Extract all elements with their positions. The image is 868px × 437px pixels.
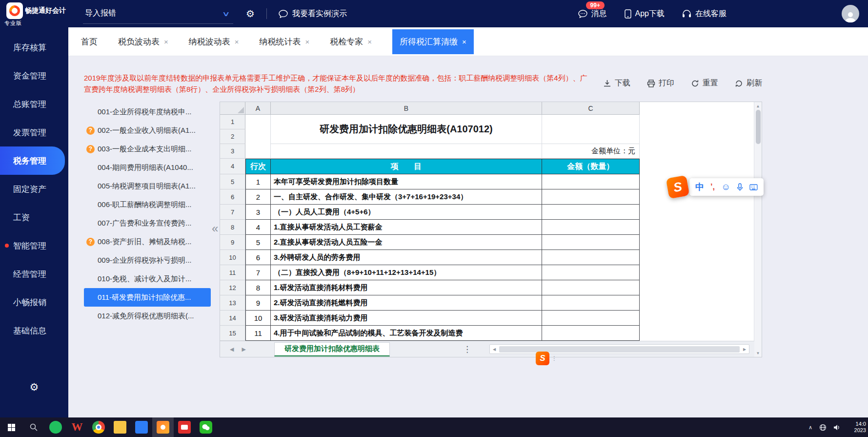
close-icon[interactable]: × <box>367 38 372 46</box>
row-header[interactable]: 11 <box>220 265 245 280</box>
amount-cell[interactable] <box>542 295 640 311</box>
line-no-cell[interactable]: 6 <box>245 250 271 265</box>
print-button[interactable]: 打印 <box>647 78 674 88</box>
ime-mode-chinese[interactable]: 中 <box>695 181 704 193</box>
form-item-005[interactable]: 005-纳税调整项目明细表(A1... <box>84 177 211 195</box>
taskbar-search-button[interactable] <box>22 417 45 437</box>
scroll-left-icon[interactable]: ◀ <box>490 347 499 352</box>
item-cell[interactable]: 2.研发活动直接消耗燃料费用 <box>271 295 542 311</box>
refresh-button[interactable]: 刷新 <box>735 78 762 88</box>
sheet-tab-active[interactable]: 研发费用加计扣除优惠明细表 <box>274 342 390 356</box>
row-header[interactable]: 4 <box>220 159 245 174</box>
tab-tax-fluctuation[interactable]: 纳税波动表× <box>189 29 239 54</box>
messages-button[interactable]: 99+ 消息 <box>578 9 607 19</box>
row-header[interactable]: 15 <box>220 326 245 341</box>
ime-emoji-icon[interactable]: ☺ <box>721 182 730 192</box>
help-icon[interactable]: ? <box>86 238 95 246</box>
sidebar-item-basic-info[interactable]: 基础信息 <box>0 316 68 345</box>
ime-mic-icon[interactable] <box>737 183 743 191</box>
form-item-010[interactable]: 010-免税、减计收入及加计... <box>84 270 211 288</box>
collapse-panel-icon[interactable]: « <box>212 222 218 235</box>
row-header[interactable]: 14 <box>220 311 245 326</box>
support-button[interactable]: 在线客服 <box>682 9 727 19</box>
avatar[interactable] <box>842 5 859 22</box>
sheet-title-cell[interactable]: 研发费用加计扣除优惠明细表(A107012) <box>271 115 542 144</box>
column-header-a[interactable]: A <box>245 102 271 115</box>
sogou-logo-icon[interactable]: S <box>666 175 690 199</box>
grid-cell[interactable] <box>245 115 271 159</box>
close-icon[interactable]: × <box>462 38 466 46</box>
table-header-amount[interactable]: 金额（数量） <box>542 159 640 174</box>
line-no-cell[interactable]: 10 <box>245 311 271 326</box>
taskbar-clock[interactable]: 14:0 2023 <box>848 421 866 434</box>
form-item-007[interactable]: 007-广告费和业务宣传费跨... <box>84 214 211 232</box>
amount-cell[interactable] <box>542 205 640 220</box>
item-cell[interactable]: 3.研发活动直接消耗动力费用 <box>271 311 542 326</box>
item-cell[interactable]: （一）人员人工费用（4+5+6） <box>271 205 542 220</box>
form-item-003[interactable]: ?003-一般企业成本支出明细... <box>84 140 211 158</box>
item-cell[interactable]: 4.用于中间试验和产品试制的模具、工艺装备开发及制造费 <box>271 326 542 341</box>
line-no-cell[interactable]: 11 <box>245 326 271 341</box>
line-no-cell[interactable]: 8 <box>245 280 271 295</box>
more-options-icon[interactable]: ⋮ <box>463 344 471 354</box>
sidebar-item-inventory[interactable]: 库存核算 <box>0 33 68 62</box>
grid-cell[interactable] <box>271 144 542 159</box>
row-header[interactable]: 8 <box>220 220 245 235</box>
network-icon[interactable] <box>819 424 827 431</box>
taskbar-app-green[interactable] <box>45 417 66 437</box>
tab-tax-burden[interactable]: 税负波动表× <box>118 29 168 54</box>
unit-note-cell[interactable]: 金额单位：元 <box>542 144 640 159</box>
row-header[interactable]: 7 <box>220 205 245 220</box>
ime-punctuation[interactable]: ’, <box>710 183 715 191</box>
column-header-c[interactable]: C <box>542 102 640 115</box>
amount-cell[interactable] <box>542 189 640 205</box>
form-item-009[interactable]: 009-企业所得税弥补亏损明... <box>84 251 211 270</box>
sogou-tray-menu-icon[interactable]: ⋮ <box>551 355 557 362</box>
amount-cell[interactable] <box>542 265 640 280</box>
line-no-cell[interactable]: 9 <box>245 295 271 311</box>
v-scroll-thumb[interactable] <box>756 110 761 144</box>
taskbar-app-wps[interactable]: W <box>66 417 88 437</box>
row-header[interactable]: 1 <box>220 115 245 129</box>
demo-link[interactable]: 我要看实例演示 <box>279 9 347 19</box>
form-item-012[interactable]: 012-减免所得税优惠明细表(... <box>84 307 211 325</box>
tab-income-tax-settlement[interactable]: 所得税汇算清缴× <box>392 29 474 54</box>
row-header[interactable]: 13 <box>220 295 245 311</box>
tab-tax-statistics[interactable]: 纳税统计表× <box>260 29 310 54</box>
line-no-cell[interactable]: 2 <box>245 189 271 205</box>
column-header-b[interactable]: B <box>271 102 542 115</box>
app-download-button[interactable]: App下载 <box>625 9 665 19</box>
sidebar-item-general-ledger[interactable]: 总账管理 <box>0 90 68 118</box>
taskbar-app-red[interactable] <box>174 417 195 437</box>
h-scroll-thumb[interactable] <box>499 346 740 353</box>
select-all-corner[interactable] <box>220 102 245 115</box>
sidebar-item-payroll[interactable]: 工资 <box>0 203 68 231</box>
item-cell[interactable]: 1.直接从事研发活动人员工资薪金 <box>271 220 542 235</box>
table-header-line[interactable]: 行次 <box>245 159 271 174</box>
sidebar-item-expense[interactable]: 小畅报销 <box>0 288 68 316</box>
line-no-cell[interactable]: 4 <box>245 220 271 235</box>
taskbar-app-wechat[interactable] <box>195 417 217 437</box>
amount-cell[interactable] <box>542 311 640 326</box>
line-no-cell[interactable]: 3 <box>245 205 271 220</box>
amount-cell[interactable] <box>542 326 640 341</box>
sidebar-item-funds[interactable]: 资金管理 <box>0 62 68 90</box>
form-item-008[interactable]: ?008-资产折旧、摊销及纳税... <box>84 232 211 251</box>
sheet-next-icon[interactable]: ▶ <box>242 346 245 353</box>
amount-cell[interactable] <box>542 280 640 295</box>
import-dropdown[interactable]: 导入报错 ∨ <box>83 3 233 24</box>
help-icon[interactable]: ? <box>86 145 95 153</box>
scroll-down-icon[interactable]: ▼ <box>754 349 762 357</box>
close-icon[interactable]: × <box>235 38 239 46</box>
sidebar-item-fixed-assets[interactable]: 固定资产 <box>0 175 68 203</box>
line-no-cell[interactable]: 5 <box>245 235 271 250</box>
row-header[interactable]: 2 <box>220 129 245 144</box>
row-header[interactable]: 6 <box>220 189 245 205</box>
sidebar-item-invoice[interactable]: 发票管理 <box>0 118 68 146</box>
close-icon[interactable]: × <box>305 38 310 46</box>
item-cell[interactable]: （二）直接投入费用（8+9+10+11+12+13+14+15） <box>271 265 542 280</box>
sheet-prev-icon[interactable]: ◀ <box>230 346 234 353</box>
reset-button[interactable]: 重置 <box>691 78 718 88</box>
sidebar-item-smart-management[interactable]: 智能管理 <box>0 231 68 260</box>
item-cell[interactable]: 本年可享受研发费用加计扣除项目数量 <box>271 174 542 189</box>
